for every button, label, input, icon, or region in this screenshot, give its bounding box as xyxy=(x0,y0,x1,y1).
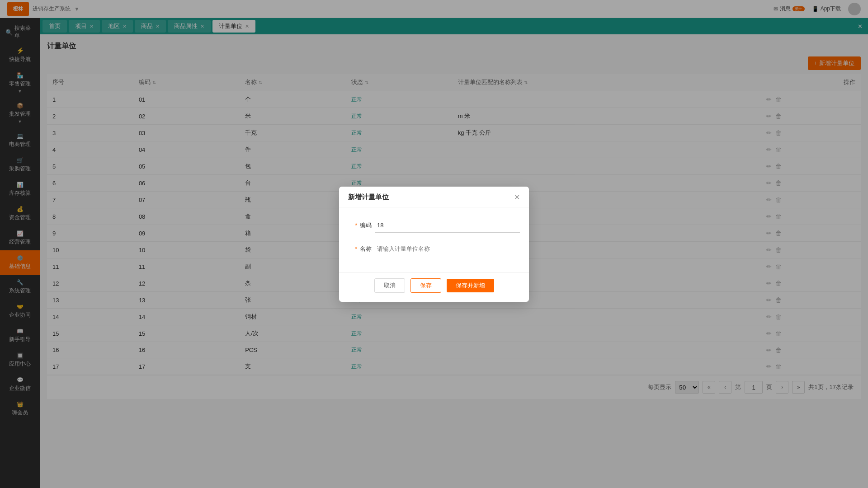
form-row-code: * 编码 xyxy=(348,218,520,233)
modal-footer: 取消 保存 保存并新增 xyxy=(339,272,529,302)
name-input[interactable] xyxy=(375,242,520,256)
form-row-name: * 名称 xyxy=(348,242,520,256)
modal-title: 新增计量单位 xyxy=(348,193,389,202)
add-unit-modal: 新增计量单位 ✕ * 编码 * 名称 取消 保存 保存并新增 xyxy=(339,187,529,302)
modal-header: 新增计量单位 ✕ xyxy=(339,187,529,207)
save-and-new-button[interactable]: 保存并新增 xyxy=(447,279,494,292)
modal-overlay[interactable]: 新增计量单位 ✕ * 编码 * 名称 取消 保存 保存并新增 xyxy=(0,0,868,488)
cancel-button[interactable]: 取消 xyxy=(374,278,405,293)
modal-close-btn[interactable]: ✕ xyxy=(514,193,520,202)
modal-body: * 编码 * 名称 xyxy=(339,207,529,272)
code-label: * 编码 xyxy=(348,221,375,230)
name-label: * 名称 xyxy=(348,245,375,253)
save-button[interactable]: 保存 xyxy=(410,278,441,293)
code-input[interactable] xyxy=(375,218,520,233)
